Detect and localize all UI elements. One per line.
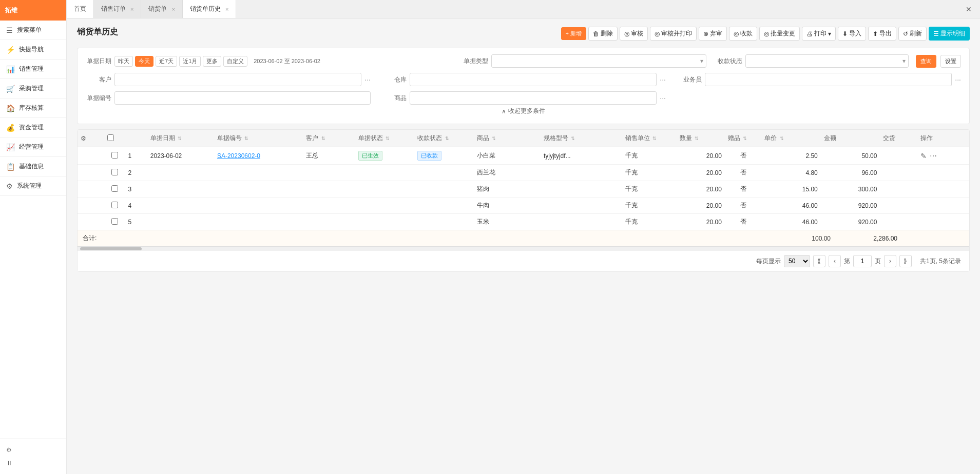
salesperson-dots-icon[interactable]: ··· [955,75,961,84]
filter-pay-status-select[interactable] [745,54,909,68]
per-page-select[interactable]: 50 20 100 [784,255,810,267]
th-price[interactable]: 单价 ⇅ [761,130,821,147]
sidebar-item-operations[interactable]: 📈 经营管理 [0,137,66,157]
cell-check-0[interactable] [104,147,125,165]
first-page-btn[interactable]: ⟪ [813,255,825,267]
warehouse-dots-icon[interactable]: ··· [660,75,666,84]
goods-sort-icon: ⇅ [492,136,496,141]
horizontal-scrollbar[interactable] [78,246,969,250]
sidebar-item-quick-nav[interactable]: ⚡ 快捷导航 [0,40,66,60]
page-input[interactable] [853,255,872,267]
cell-price-1: 4.80 [761,165,821,181]
tab-sales-delivery-label: 销货单 [148,5,167,13]
tab-sales-history[interactable]: 销货单历史 × [183,0,236,18]
date-btn-7days[interactable]: 近7天 [156,56,177,67]
th-check[interactable] [104,130,125,147]
th-sn[interactable]: 单据编号 ⇅ [214,130,303,147]
filter-doc-type-select[interactable] [491,54,707,68]
filter-warehouse-input[interactable] [410,73,657,86]
sidebar-item-sales-mgmt[interactable]: 📊 销售管理 [0,60,66,79]
pause-bottom-icon: ⏸ [6,460,12,467]
doc-sn-link[interactable]: SA-20230602-0 [217,152,260,160]
collect-button[interactable]: ◎ 收款 [729,27,757,41]
th-doc-status[interactable]: 单据状态 ⇅ [355,130,415,147]
th-unit[interactable]: 销售单位 ⇅ [622,130,677,147]
row-checkbox-0[interactable] [111,152,118,159]
filter-goods-input[interactable] [410,91,657,105]
print-button[interactable]: 🖨 打印 ▾ [802,27,836,41]
more-action-icon[interactable]: ⋯ [930,152,937,160]
sidebar-bottom-settings[interactable]: ⚙ [0,443,66,457]
abandon-button[interactable]: ⊗ 弃审 [699,27,727,41]
sidebar-item-inventory-label: 库存核算 [19,104,44,112]
row-checkbox-4[interactable] [111,218,118,225]
cell-check-2[interactable] [104,181,125,198]
tab-sales-order[interactable]: 销售订单 × [94,0,141,18]
show-detail-button[interactable]: ☰ 显示明细 [929,27,970,41]
date-btn-1month[interactable]: 近1月 [179,56,201,67]
sidebar-item-search-menu[interactable]: ☰ 搜索菜单 [0,21,66,40]
row-checkbox-2[interactable] [111,185,118,192]
date-btn-custom[interactable]: 自定义 [223,56,247,67]
cell-amount-1: 96.00 [821,165,880,181]
filter-docno-input[interactable] [114,91,371,105]
select-all-checkbox[interactable] [107,134,114,141]
last-page-btn[interactable]: ⟫ [899,255,912,267]
filter-salesperson-input[interactable] [705,73,952,86]
sidebar-item-purchase-mgmt[interactable]: 🛒 采购管理 [0,79,66,98]
goods-dots-icon[interactable]: ··· [660,94,666,102]
tab-home[interactable]: 首页 [67,0,94,18]
export-button[interactable]: ⬆ 导出 [868,27,896,41]
audit-print-button[interactable]: ◎ 审核并打印 [650,27,697,41]
th-pay-status[interactable]: 收款状态 ⇅ [414,130,474,147]
th-gear[interactable]: ⚙ [78,130,104,147]
date-btn-more[interactable]: 更多 [203,56,221,67]
edit-action-icon[interactable]: ✎ [920,152,927,160]
tab-sales-history-close[interactable]: × [225,6,228,12]
sidebar-item-inventory[interactable]: 🏠 库存核算 [0,98,66,118]
header-row: 销货单历史 + 新增 🗑 删除 ◎ 审核 ◎ 审核并打印 ⊗ 弃审 [77,27,970,45]
import-button[interactable]: ⬇ 导入 [838,27,866,41]
th-qty[interactable]: 数量 ⇅ [677,130,725,147]
audit-button[interactable]: ◎ 审核 [620,27,648,41]
table-row: 4 牛肉 千克 20.00 否 46.00 920.00 [78,198,969,214]
settings-button[interactable]: 设置 [940,55,961,68]
main-area: 首页 销售订单 × 销货单 × 销货单历史 × ✕ 销货单历史 + 新增 🗑 删… [67,0,980,474]
batch-change-icon: ◎ [764,30,769,37]
delete-button[interactable]: 🗑 删除 [588,27,618,41]
sidebar-item-system[interactable]: ⚙ 系统管理 [0,176,66,196]
filter-row-1: 单据日期 昨天 今天 近7天 近1月 更多 自定义 2023-06-02 至 2… [86,54,961,68]
prev-page-btn[interactable]: ‹ [829,255,841,267]
th-date[interactable]: 单据日期 ⇅ [147,130,214,147]
th-spec[interactable]: 规格型号 ⇅ [541,130,622,147]
th-amount: 金额 [821,130,880,147]
date-btn-today[interactable]: 今天 [135,56,153,67]
sidebar-bottom-pause[interactable]: ⏸ [0,457,66,470]
batch-change-button[interactable]: ◎ 批量变更 [759,27,800,41]
filter-customer-input[interactable] [114,73,361,86]
row-checkbox-3[interactable] [111,202,118,208]
window-close-btn[interactable]: ✕ [963,4,975,14]
date-btn-yesterday[interactable]: 昨天 [114,56,133,67]
next-page-btn[interactable]: › [884,255,896,267]
cell-check-4[interactable] [104,214,125,230]
row-checkbox-1[interactable] [111,169,118,175]
cell-check-1[interactable] [104,165,125,181]
scroll-thumb[interactable] [80,247,142,250]
th-customer[interactable]: 客户 ⇅ [303,130,355,147]
tab-sales-order-close[interactable]: × [130,6,133,12]
sidebar-item-finance[interactable]: 💰 资金管理 [0,118,66,137]
query-button[interactable]: 查询 [916,55,936,68]
cell-trans-2 [880,181,917,198]
cell-date-3 [147,198,214,214]
tab-sales-delivery[interactable]: 销货单 × [141,0,182,18]
th-goods[interactable]: 商品 ⇅ [474,130,541,147]
th-gift[interactable]: 赠品 ⇅ [725,130,761,147]
refresh-button[interactable]: ↺ 刷新 [898,27,927,41]
new-button[interactable]: + 新增 [561,27,586,40]
customer-dots-icon[interactable]: ··· [364,75,371,84]
sidebar-item-basic-info[interactable]: 📋 基础信息 [0,157,66,176]
tab-sales-delivery-close[interactable]: × [171,6,175,12]
collapse-filter-button[interactable]: ∧ 收起更多条件 [86,105,961,117]
cell-check-3[interactable] [104,198,125,214]
